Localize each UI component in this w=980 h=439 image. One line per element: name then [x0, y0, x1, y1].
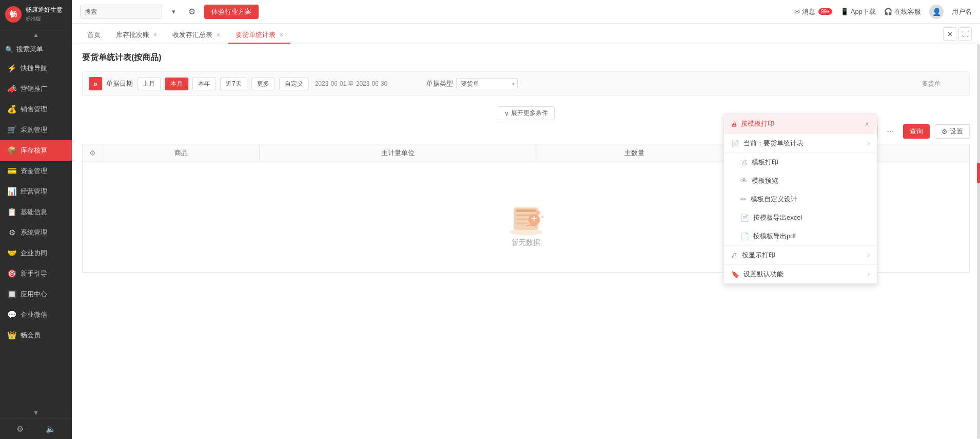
system-icon: ⚙: [7, 228, 16, 237]
filter-expand-btn[interactable]: »: [89, 77, 102, 90]
more-actions-icon[interactable]: ···: [883, 125, 898, 138]
marketing-icon: 📣: [7, 84, 16, 93]
tab-order-stats[interactable]: 要货单统计表 ×: [228, 27, 290, 44]
tab-close-all-btn[interactable]: ✕: [943, 27, 956, 41]
col-unit: 主计量单位: [260, 144, 536, 162]
settings-icon[interactable]: ⚙: [16, 424, 24, 434]
tab-home[interactable]: 首页: [80, 27, 108, 44]
current-label: 当前：要货单统计表: [743, 139, 803, 148]
svg-point-7: [536, 211, 540, 215]
yaohuodan-label-area: 要货单: [922, 80, 963, 88]
app-download-btn[interactable]: 📱 App下载: [840, 7, 876, 16]
username-label: 用户名: [952, 7, 972, 16]
settings-btn[interactable]: ⚙ 设置: [935, 124, 970, 139]
dropdown-item-export-pdf-left: 📄 按模板导出pdf: [740, 232, 796, 241]
print-dropdown-menu: 🖨 按模板打印 ∧ 📄 当前：要货单统计表 › 🖨 模板打印: [723, 113, 877, 284]
dropdown-item-export-excel[interactable]: 📄 按模板导出excel: [724, 208, 877, 227]
dropdown-item-template-preview[interactable]: 👁 模板预览: [724, 171, 877, 190]
right-scrollbar[interactable]: [977, 44, 980, 439]
sidebar-item-collab[interactable]: 🤝 企业协同: [0, 243, 72, 263]
filter-type-group: 单据类型 要货单 ▾: [426, 78, 518, 89]
dropdown-header-left: 🖨 按模板打印: [731, 119, 774, 128]
message-btn[interactable]: ✉ 消息 99+: [794, 7, 832, 16]
sidebar-item-purchase[interactable]: 🛒 采购管理: [0, 120, 72, 140]
tabs-bar: 首页 库存批次账 × 收发存汇总表 × 要货单统计表 × ✕ ⛶: [72, 24, 980, 44]
query-btn[interactable]: 查询: [903, 124, 930, 139]
date-btn-this-month[interactable]: 本月: [165, 78, 188, 90]
yaohuodan-label: 要货单: [922, 80, 940, 87]
apps-icon: 🔲: [7, 290, 16, 299]
dropdown-current-item[interactable]: 📄 当前：要货单统计表 ›: [724, 134, 877, 153]
date-btn-last-month[interactable]: 上月: [137, 78, 161, 90]
trial-btn[interactable]: 体验行业方案: [204, 5, 259, 19]
filter-bar: » 单据日期 上月 本月 本年 近7天 更多 自定义 2023-06-01 至 …: [82, 71, 970, 96]
dropdown-section-display-print[interactable]: 🖨 按显示打印 ›: [724, 245, 877, 264]
date-btn-more[interactable]: 更多: [251, 78, 275, 90]
sales-icon: 💰: [7, 105, 16, 114]
table-settings-icon: ⚙: [942, 128, 948, 136]
message-badge: 99+: [818, 8, 832, 15]
header-dropdown-btn[interactable]: ▾: [167, 6, 180, 18]
svg-rect-2: [516, 209, 536, 212]
sidebar-item-system[interactable]: ⚙ 系统管理: [0, 222, 72, 243]
dropdown-item-template-print[interactable]: 🖨 模板打印: [724, 153, 877, 171]
header-gear-icon[interactable]: ⚙: [185, 5, 199, 19]
sidebar-bottom: ⚙ 🔈: [0, 418, 72, 439]
date-btn-this-year[interactable]: 本年: [192, 78, 216, 90]
svg-rect-3: [516, 215, 532, 216]
empty-illustration: [500, 197, 552, 238]
page-title: 要货单统计表(按商品): [82, 52, 970, 63]
online-service-btn[interactable]: 🎧 在线客服: [884, 7, 921, 16]
audio-icon[interactable]: 🔈: [46, 424, 56, 434]
type-label: 单据类型: [426, 79, 453, 88]
tab-close-receipt-summary[interactable]: ×: [217, 31, 220, 39]
date-btn-7days[interactable]: 近7天: [220, 78, 247, 90]
dropdown-item-template-design-left: ✏ 模板自定义设计: [740, 195, 797, 204]
sidebar-item-operations[interactable]: 📊 经营管理: [0, 181, 72, 202]
search-icon: 🔍: [5, 46, 13, 53]
dropdown-section-display-print-left: 🖨 按显示打印: [731, 251, 775, 260]
tab-close-order-stats[interactable]: ×: [280, 31, 283, 39]
dropdown-section-default-settings-left: 🔖 设置默认功能: [731, 270, 783, 279]
expand-more-btn[interactable]: ∨ 展开更多条件: [498, 106, 555, 120]
sidebar-item-member[interactable]: 👑 畅会员: [0, 325, 72, 346]
dropdown-collapse-icon[interactable]: ∧: [865, 120, 870, 128]
sidebar-item-wechat[interactable]: 💬 企业微信: [0, 304, 72, 325]
sidebar-item-apps[interactable]: 🔲 应用中心: [0, 284, 72, 304]
sidebar-item-guide[interactable]: 🎯 新手引导: [0, 263, 72, 284]
sidebar-item-quick-nav[interactable]: ⚡ 快捷导航: [0, 58, 72, 79]
scrollbar-thumb[interactable]: [977, 163, 980, 183]
sidebar-scroll-down[interactable]: ▼: [0, 407, 72, 418]
dropdown-item-template-design[interactable]: ✏ 模板自定义设计: [724, 190, 877, 208]
guide-icon: 🎯: [7, 269, 16, 278]
tab-inventory-batch[interactable]: 库存批次账 ×: [109, 27, 164, 44]
content-area: 要货单统计表(按商品) » 单据日期 上月 本月 本年 近7天 更多 自定义 2…: [72, 44, 980, 439]
empty-text: 暂无数据: [512, 238, 540, 247]
svg-point-8: [541, 216, 544, 218]
sidebar-item-marketing[interactable]: 📣 营销推广: [0, 79, 72, 99]
dropdown-header: 🖨 按模板打印 ∧: [724, 114, 877, 134]
tab-fullscreen-btn[interactable]: ⛶: [958, 27, 972, 41]
sidebar-item-finance[interactable]: 💳 资金管理: [0, 161, 72, 181]
date-btn-custom[interactable]: 自定义: [279, 78, 309, 90]
sidebar-item-sales[interactable]: 💰 销售管理: [0, 99, 72, 120]
main-area: ▾ ⚙ 体验行业方案 ✉ 消息 99+ 📱 App下载 🎧 在线客服 👤 用户名: [72, 0, 980, 439]
display-print-arrow: ›: [868, 252, 870, 259]
dropdown-section-default-settings[interactable]: 🔖 设置默认功能 ›: [724, 264, 877, 283]
header-search-input[interactable]: [80, 5, 162, 19]
top-header: ▾ ⚙ 体验行业方案 ✉ 消息 99+ 📱 App下载 🎧 在线客服 👤 用户名: [72, 0, 980, 24]
col-settings[interactable]: ⚙: [83, 144, 103, 162]
dropdown-item-export-pdf[interactable]: 📄 按模板导出pdf: [724, 227, 877, 245]
tab-close-inventory-batch[interactable]: ×: [153, 31, 157, 39]
sidebar-item-inventory[interactable]: 📦 库存核算: [0, 140, 72, 161]
template-print-icon: 🖨: [740, 158, 748, 166]
sidebar-search-item[interactable]: 🔍 搜索菜单: [0, 41, 72, 58]
operations-icon: 📊: [7, 187, 16, 196]
expand-more-icon: ∨: [504, 110, 509, 117]
avatar[interactable]: 👤: [929, 5, 944, 19]
tab-receipt-summary[interactable]: 收发存汇总表 ×: [165, 27, 227, 44]
collab-icon: 🤝: [7, 249, 16, 258]
sidebar-scroll-up[interactable]: ▲: [0, 29, 72, 41]
type-select[interactable]: 要货单: [456, 78, 518, 89]
sidebar-item-basics[interactable]: 📋 基础信息: [0, 202, 72, 222]
